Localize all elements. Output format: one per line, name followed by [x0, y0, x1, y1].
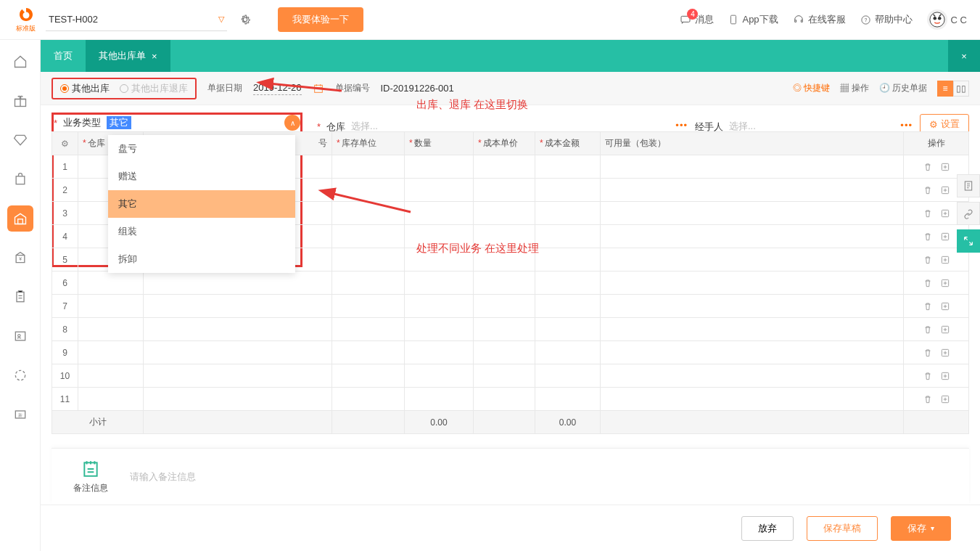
- nav-clipboard[interactable]: [7, 284, 33, 310]
- shortcut-link[interactable]: ◎ 快捷键: [793, 82, 830, 94]
- radio-outbound-label: 其他出库: [72, 82, 110, 95]
- tab-home[interactable]: 首页: [41, 40, 86, 72]
- radio-return-label: 其他出库退库: [131, 82, 188, 95]
- add-row-icon[interactable]: [940, 371, 950, 381]
- add-row-icon[interactable]: [940, 278, 950, 288]
- close-icon[interactable]: ×: [152, 51, 157, 62]
- user-menu[interactable]: C C: [927, 9, 967, 30]
- delete-row-icon[interactable]: [923, 301, 933, 311]
- dd-item-qita[interactable]: 其它: [108, 190, 295, 218]
- chevron-down-icon: ▾: [931, 524, 934, 532]
- doc-date-value[interactable]: 2019-12-26: [253, 82, 302, 95]
- delete-row-icon[interactable]: [923, 232, 933, 242]
- memo-section: 备注信息 请输入备注信息: [52, 448, 969, 505]
- th-gear[interactable]: ⚙: [52, 132, 78, 155]
- row-number: 4: [52, 225, 78, 248]
- table-row[interactable]: 11: [52, 388, 969, 411]
- view-list[interactable]: ≡: [937, 81, 953, 97]
- support-button[interactable]: 在线客服: [793, 13, 846, 26]
- chevron-up-icon: ∧: [290, 119, 295, 127]
- avatar: [927, 9, 947, 30]
- operation-link[interactable]: ▦ 操作: [840, 82, 868, 94]
- table-row[interactable]: 8: [52, 318, 969, 341]
- dd-item-zengsong[interactable]: 赠送: [108, 163, 295, 190]
- close-all-tabs[interactable]: ×: [948, 40, 980, 72]
- app-download-button[interactable]: App下载: [728, 13, 778, 26]
- row-number: 5: [52, 248, 78, 272]
- nav-gift[interactable]: [7, 88, 33, 114]
- delete-row-icon[interactable]: [923, 394, 933, 404]
- outbound-type-radio-group: 其他出库 其他出库退库: [52, 78, 197, 99]
- rail-expand[interactable]: [957, 229, 980, 253]
- delete-row-icon[interactable]: [923, 255, 933, 265]
- view-grid[interactable]: ▯▯: [953, 81, 969, 97]
- delete-row-icon[interactable]: [923, 325, 933, 335]
- subtotal-label: 小计: [52, 411, 144, 434]
- rail-link[interactable]: [957, 202, 980, 225]
- add-row-icon[interactable]: [940, 325, 950, 335]
- memo-icon-block: 备注信息: [73, 459, 108, 494]
- add-row-icon[interactable]: [940, 185, 950, 195]
- dd-item-chaixie[interactable]: 拆卸: [108, 245, 295, 273]
- person-card-icon: [13, 329, 28, 343]
- delete-row-icon[interactable]: [923, 278, 933, 288]
- delete-row-icon[interactable]: [923, 162, 933, 172]
- tab-current[interactable]: 其他出库单 ×: [86, 40, 170, 72]
- footer: 放弃 保存草稿 保存 ▾: [41, 505, 980, 551]
- add-row-icon[interactable]: [940, 301, 950, 311]
- memo-input[interactable]: 请输入备注信息: [130, 470, 947, 483]
- messages-button[interactable]: 消息 4: [680, 13, 714, 26]
- delete-row-icon[interactable]: [923, 371, 933, 381]
- delete-row-icon[interactable]: [923, 185, 933, 195]
- doc-num-value: ID-20191226-001: [381, 83, 454, 94]
- add-row-icon[interactable]: [940, 348, 950, 358]
- biz-type-value[interactable]: 其它: [107, 116, 131, 129]
- help-button[interactable]: ? 帮助中心: [860, 13, 913, 26]
- history-label: 历史单据: [892, 83, 927, 93]
- table-row[interactable]: 7: [52, 295, 969, 318]
- account-select[interactable]: TEST-H002 ▽: [46, 8, 227, 31]
- table-row[interactable]: 6: [52, 272, 969, 295]
- gear-icon: ⚙: [61, 139, 69, 149]
- add-row-icon[interactable]: [940, 208, 950, 219]
- nav-diamond[interactable]: [7, 127, 33, 153]
- discard-button[interactable]: 放弃: [741, 516, 794, 541]
- delete-row-icon[interactable]: [923, 208, 933, 219]
- row-number: 1: [52, 155, 78, 179]
- table-row[interactable]: 10: [52, 364, 969, 388]
- add-row-icon[interactable]: [940, 162, 950, 172]
- nav-bag[interactable]: [7, 166, 33, 192]
- radio-return[interactable]: 其他出库退库: [120, 82, 188, 95]
- nav-warehouse[interactable]: [7, 205, 33, 232]
- nav-money[interactable]: ¥: [7, 245, 33, 271]
- th-available: 可用量（包装）: [601, 132, 904, 155]
- delete-row-icon[interactable]: [923, 348, 933, 358]
- nav-new[interactable]: 新: [7, 401, 33, 428]
- add-row-icon[interactable]: [940, 255, 950, 265]
- biz-type-dropdown-toggle[interactable]: ∧: [284, 115, 300, 131]
- dd-item-zuzhuang[interactable]: 组装: [108, 218, 295, 245]
- add-row-icon[interactable]: [940, 232, 950, 242]
- nav-loading[interactable]: [7, 362, 33, 388]
- save-button[interactable]: 保存 ▾: [891, 516, 951, 541]
- settings-icon-button[interactable]: [234, 9, 256, 30]
- rail-note[interactable]: [957, 174, 980, 197]
- phone-icon: [728, 14, 738, 25]
- radio-outbound[interactable]: 其他出库: [60, 82, 110, 95]
- history-link[interactable]: 🕘 历史单据: [879, 82, 927, 94]
- subtotal-qty: 0.00: [405, 411, 474, 434]
- svg-rect-17: [314, 85, 322, 92]
- nav-person[interactable]: [7, 323, 33, 349]
- experience-button[interactable]: 我要体验一下: [278, 7, 363, 32]
- nav-home[interactable]: [7, 49, 33, 75]
- clipboard-icon: [13, 290, 28, 304]
- save-draft-button[interactable]: 保存草稿: [807, 516, 878, 541]
- note-icon: [963, 180, 974, 192]
- calendar-icon[interactable]: [313, 83, 324, 94]
- row-number: 2: [52, 179, 78, 202]
- svg-rect-1: [731, 15, 736, 24]
- dd-item-pankui[interactable]: 盘亏: [108, 135, 295, 163]
- table-row[interactable]: 9: [52, 341, 969, 364]
- add-row-icon[interactable]: [940, 394, 950, 404]
- top-header: 标准版 TEST-H002 ▽ 我要体验一下 消息 4 App下载 在线客服 ?…: [0, 0, 980, 40]
